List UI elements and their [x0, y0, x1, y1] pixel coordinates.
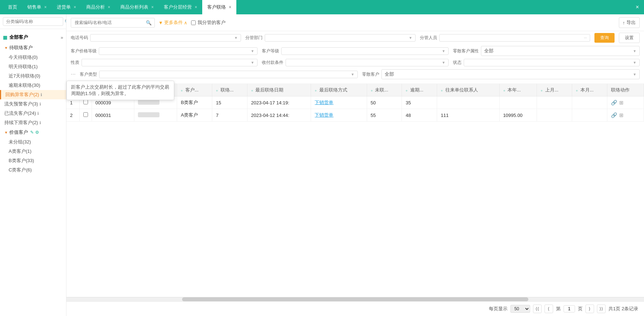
nav-customer-contact-close[interactable]: ×: [229, 0, 231, 14]
nav-home[interactable]: 首页: [3, 0, 22, 14]
sidebar-search-input[interactable]: [3, 17, 63, 26]
setting-button[interactable]: 设置: [619, 33, 640, 43]
row1-lcm-val[interactable]: 下销货单: [315, 100, 333, 105]
col-last-contact-date[interactable]: ⬦ 最后联络日期: [247, 84, 311, 96]
row1-select-checkbox[interactable]: [83, 100, 88, 104]
nav-product-analysis[interactable]: 商品分析 ×: [81, 0, 115, 14]
row1-lcm[interactable]: 下销货单: [311, 96, 367, 109]
nav-customer-contact[interactable]: 客户联络 ×: [202, 0, 236, 14]
horizontal-scrollbar[interactable]: [66, 297, 644, 301]
last-page-btn[interactable]: ⟩⟩: [597, 305, 606, 313]
col-contact[interactable]: ⬦ 联络...: [212, 84, 247, 96]
my-customer-checkbox[interactable]: [191, 20, 196, 25]
col-last-contact-method[interactable]: ⬦ 最后联络方式: [311, 84, 367, 96]
row2-no-val: 2: [70, 113, 73, 118]
dept-select[interactable]: ▼: [265, 34, 416, 42]
sidebar-item-ungraded[interactable]: 未分组(32): [0, 137, 66, 147]
sidebar-item-churned[interactable]: 已流失客户(24) ℹ: [0, 109, 66, 118]
col-unpaid[interactable]: ⬦ 未联...: [367, 84, 402, 96]
customer-type-select[interactable]: ▼: [99, 71, 357, 78]
sidebar-item-overdue[interactable]: 逾期未联络(30): [0, 81, 66, 90]
churn-warning-info-icon: ℹ: [40, 102, 41, 107]
gender-label: 性质: [71, 60, 79, 66]
col-last-month[interactable]: ⬦ 上月...: [537, 84, 572, 96]
row2-lcm-val[interactable]: 下销货单: [315, 112, 333, 118]
nav-product-analysis-list[interactable]: 商品分析列表 ×: [115, 0, 159, 14]
my-customer-checkbox-area[interactable]: 我分管的客户: [191, 19, 226, 26]
sidebar-item-today[interactable]: 今天待联络(0): [0, 53, 66, 62]
phone-select[interactable]: ▼: [90, 34, 241, 42]
nav-sales[interactable]: 销售单 ×: [22, 0, 52, 14]
person-select[interactable]: ···: [439, 34, 590, 42]
sidebar-item-a-class[interactable]: A类客户(1): [0, 147, 66, 156]
row2-grid-icon[interactable]: ⊞: [619, 112, 624, 118]
export-btn[interactable]: ↑ 导出: [619, 17, 640, 28]
nav-purchase[interactable]: 进货单 ×: [52, 0, 81, 14]
retail-customer-select[interactable]: 全部 ▼: [381, 69, 640, 79]
filter-dots-icon[interactable]: ···: [71, 71, 75, 77]
sidebar-item-continuous-down[interactable]: 持续下滑客户(2) ℹ: [0, 118, 66, 127]
page-input[interactable]: [564, 305, 575, 312]
per-page-select[interactable]: 50 100 200: [510, 305, 530, 313]
sidebar-section-pending-header[interactable]: ▼ 待联络客户: [0, 43, 66, 53]
row1-link-icon[interactable]: 🔗: [611, 100, 617, 105]
unpaid-sort-icon: ⬦: [371, 88, 373, 92]
row2-lcm[interactable]: 下销货单: [311, 109, 367, 122]
row2-checkbox[interactable]: [79, 109, 92, 122]
nav-product-analysis-close[interactable]: ×: [108, 0, 110, 14]
col-this-year[interactable]: ⬦ 本年...: [499, 84, 537, 96]
retail-customer-label: 零散客户: [362, 71, 379, 77]
more-conditions-btn[interactable]: ▼ 更多条件 ∧: [158, 19, 187, 26]
status-arrow-icon: ▼: [633, 61, 636, 65]
sidebar-item-7days[interactable]: 近7天待联络(0): [0, 71, 66, 81]
payment-select[interactable]: ▼: [286, 59, 449, 66]
filter-search-icon[interactable]: 🔍: [143, 18, 154, 27]
nav-sales-close[interactable]: ×: [44, 0, 47, 14]
prev-page-btn[interactable]: ⟨: [545, 305, 553, 313]
filter-payment: 收付款条件 ▼: [262, 59, 449, 66]
churned-label: 已流失客户(24): [4, 110, 36, 117]
nav-purchase-close[interactable]: ×: [74, 0, 76, 14]
nav-customer-segment-close[interactable]: ×: [195, 0, 197, 14]
gender-select[interactable]: ▼: [82, 59, 258, 66]
sidebar-item-churn-warning[interactable]: 流失预警客户(3) ℹ: [0, 99, 66, 109]
nav-home-label: 首页: [8, 0, 17, 14]
sidebar-root[interactable]: ▦ 全部客户 »: [0, 32, 66, 43]
customer-level-select[interactable]: ▼: [281, 47, 449, 55]
close-all-btn[interactable]: ×: [631, 4, 644, 10]
edit-icon[interactable]: ✎: [30, 130, 34, 135]
col-contact-person[interactable]: ⬦ 往来单位联系人: [437, 84, 499, 96]
retail-attr-select[interactable]: 全部 ▼: [481, 46, 640, 56]
filter-search-input[interactable]: [71, 18, 143, 27]
status-select[interactable]: ▼: [464, 59, 640, 66]
sidebar-section-value-header[interactable]: ▼ 价值客户 ✎ ⚙: [0, 127, 66, 137]
sidebar-item-c-class[interactable]: C类客户(6): [0, 165, 66, 175]
retail-customer-arrow-icon: ▼: [633, 72, 636, 76]
nav-product-analysis-list-close[interactable]: ×: [151, 0, 154, 14]
col-overdue[interactable]: ⬦ 逾期...: [402, 84, 437, 96]
settings-icon[interactable]: ⚙: [35, 130, 39, 135]
row2-select-checkbox[interactable]: [83, 112, 88, 117]
first-page-btn[interactable]: ⟨⟨: [533, 305, 542, 313]
sidebar-item-repurchase-abnormal[interactable]: 回购异常客户(2) ℹ: [0, 90, 66, 99]
row1-cp: [437, 96, 499, 109]
scrollbar-thumb[interactable]: [182, 297, 529, 301]
nav-customer-segment[interactable]: 客户分层经营 ×: [159, 0, 202, 14]
top-nav: 首页 销售单 × 进货单 × 商品分析 × 商品分析列表 × 客户分层经营 × …: [0, 0, 644, 14]
sidebar-item-tomorrow[interactable]: 明天待联络(1): [0, 62, 66, 71]
continuous-down-info-icon: ℹ: [40, 121, 41, 125]
price-level-select[interactable]: ▼: [99, 47, 258, 55]
col-customer-type[interactable]: ⬦ 客户...: [177, 84, 212, 96]
row2-lm: [537, 109, 572, 122]
row1-grid-icon[interactable]: ⊞: [619, 100, 624, 105]
nav-sales-label: 销售单: [27, 0, 41, 14]
next-page-btn[interactable]: ⟩: [585, 305, 594, 313]
filter-icon: ▼: [158, 20, 163, 25]
col-this-month[interactable]: ⬦ 本月...: [572, 84, 607, 96]
overdue-label: 逾期未联络(30): [9, 82, 40, 88]
sidebar-item-b-class[interactable]: B类客户(33): [0, 156, 66, 165]
collapse-arrow-icon[interactable]: »: [61, 35, 63, 40]
row2-no: 2: [66, 109, 79, 122]
row2-link-icon[interactable]: 🔗: [611, 112, 617, 118]
query-button[interactable]: 查询: [594, 33, 615, 43]
